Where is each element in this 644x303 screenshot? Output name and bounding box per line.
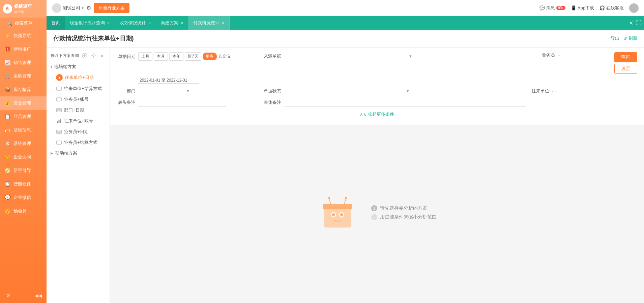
app-download-button[interactable]: 📱 App下载 [571,5,594,11]
add-scheme-icon[interactable] [81,52,88,59]
table-icon-2 [56,96,62,102]
step-2-num: 2 [371,214,377,220]
sidebar-item-enterprise[interactable]: 🤝 企业协同 [0,150,47,164]
salesman-dots: ··· [558,53,562,58]
svg-rect-18 [60,119,61,123]
topbar-gear-icon[interactable]: ⚙ [86,5,91,11]
svg-rect-8 [57,98,61,101]
svg-rect-19 [57,130,61,133]
marketing-icon: 🎁 [4,46,11,53]
collapse-button[interactable]: ∧∧ 收起更多条件 [117,109,637,120]
sidebar-item-basic-info[interactable]: 🗃 基础信息 [0,123,47,137]
counterparty-label: 往来单位 [530,88,549,94]
mobile-scheme-arrow-icon: ▶ [51,151,53,155]
purchase-icon: 🛒 [4,73,11,80]
voucher-status-select[interactable]: ▾ [284,87,526,95]
empty-step-1: 1 请先选择要分析的方案 [371,205,437,211]
company-name: 测试公司 [63,5,80,11]
trial-button[interactable]: 体验行业方案 [94,3,129,13]
date-btn-more[interactable]: 更多 [203,53,217,60]
sidebar-item-system[interactable]: ⚙ 系统管理 [0,137,47,150]
sidebar-item-wechat[interactable]: 💬 企业微信 [0,191,47,204]
close-all-tabs-icon[interactable]: ✕ [629,20,633,26]
svg-point-31 [332,213,335,216]
date-range-input[interactable] [138,77,199,84]
user-avatar[interactable] [629,3,639,13]
sidebar-item-purchase[interactable]: 🛒 采购管理 [0,69,47,83]
sidebar-item-capital[interactable]: 💰 资金管理 [0,96,47,110]
voucher-status-label: 单据状态 [262,88,281,94]
sidebar-item-guide[interactable]: 🧭 新手引导 [0,164,47,177]
source-doc-label: 来源单据 [262,53,281,59]
online-service-button[interactable]: 🎧 在线客服 [599,5,624,11]
tab-home[interactable]: 首页 [47,16,65,30]
query-button[interactable]: 查询 [614,52,637,62]
export-button[interactable]: ↑ 导出 [607,35,620,41]
app-icon: 📱 [571,5,576,10]
tabs-spacer [230,16,626,30]
sidebar-item-marketing[interactable]: 🎁 营销推广 [0,42,47,56]
message-icon: 💬 [539,5,545,10]
capital-icon: 💰 [4,100,11,107]
tabs-bar: 首页 现金银行流水查询 ✕ 收款情况统计 ✕ 新建方案 ✕ 付款情况统计 ✕ ✕… [47,16,644,30]
mobile-scheme-group-header[interactable]: ▶ 移动端方案 [47,148,110,158]
pc-scheme-group-header[interactable]: ▾ 电脑端方案 [47,62,110,72]
guide-icon: 🧭 [4,167,11,174]
tab-bank-flow[interactable]: 现金银行流水查询 ✕ [65,16,115,30]
settings-button[interactable]: 设置 [614,64,637,74]
scheme-item-counterparty-settle[interactable]: 往来单位+结算方式 [47,83,110,94]
header-note-input[interactable] [138,98,226,107]
sidebar-item-inventory[interactable]: 📦 库存核算 [0,83,47,96]
sidebar-search[interactable]: 🔍 搜索菜单 [0,18,47,29]
scheme-item-salesman-settle[interactable]: 业务员+结算方式 [47,137,110,148]
page-actions: ↑ 导出 ↺ 刷新 [607,35,638,41]
svg-rect-23 [57,141,61,144]
scheme-item-salesman-date[interactable]: 业务员+日期 [47,126,110,137]
message-button[interactable]: 💬 消息 99+ [539,5,565,11]
sidebar-item-sales[interactable]: 📈 销售管理 [0,56,47,69]
date-btn-this-month[interactable]: 本月 [154,52,168,61]
collapse-up-icon: ∧∧ [360,112,367,117]
voucher-status-arrow-icon: ▾ [407,88,524,93]
sidebar-item-operations[interactable]: 📋 经营管理 [0,110,47,123]
sidebar-item-quick-nav[interactable]: ⚡ 快捷导航 [0,29,47,42]
source-doc-select[interactable]: ▾ [284,52,532,60]
scheme-item-counterparty-account[interactable]: 往来单位+账号 [47,116,110,126]
sidebar-item-hardware[interactable]: ⌚ 智能硬件 [0,177,47,191]
scheme-item-salesman-account[interactable]: 业务员+账号 [47,94,110,105]
date-label: 单据日期 [117,54,136,60]
date-btn-last-month[interactable]: 上月 [138,52,152,61]
topbar: 测试公司 ▾ ⚙ 体验行业方案 💬 消息 99+ 📱 App下载 🎧 在线客服 [47,0,644,16]
tab-new-scheme[interactable]: 新建方案 ✕ [156,16,188,30]
tab-collection-stats-close-icon[interactable]: ✕ [148,21,151,25]
svg-rect-4 [57,87,61,90]
date-btn-last-7-days[interactable]: 近7天 [185,52,201,61]
tab-payment-stats[interactable]: 付款情况统计 ✕ [188,16,230,30]
footer-settings-icon[interactable]: ⚙ [4,292,12,300]
collapse-panel-icon[interactable]: « [99,52,106,59]
refresh-button[interactable]: ↺ 刷新 [623,35,637,41]
date-btn-this-year[interactable]: 本年 [169,52,183,61]
body-area: 按以下方案查询 « ▾ 电脑端方案 [47,48,644,303]
table-icon-1 [56,86,62,92]
body-note-input[interactable] [284,98,526,107]
dept-label: 部门 [117,88,136,94]
sidebar-nav: ⚡ 快捷导航 🎁 营销推广 📈 销售管理 🛒 采购管理 📦 库存核算 💰 资金管… [0,29,47,288]
sidebar-item-member[interactable]: 👑 畅会员 [0,204,47,218]
company-selector[interactable]: 测试公司 ▾ [52,3,84,13]
tab-payment-stats-close-icon[interactable]: ✕ [222,21,225,25]
header-note-label: 表头备注 [117,99,136,105]
company-chevron-icon[interactable]: ▾ [82,6,84,10]
expand-tabs-icon[interactable]: ⛶ [636,20,641,26]
scheme-item-dept-date[interactable]: 部门+日期 [47,105,110,116]
scheme-item-counterparty-date[interactable]: ● 往来单位+日期 [47,72,110,83]
footer-collapse-icon[interactable]: ◀◀ [34,292,42,300]
member-icon: 👑 [4,208,11,214]
tabs-actions: ✕ ⛶ [626,16,644,30]
tab-bank-flow-close-icon[interactable]: ✕ [107,21,110,25]
tab-new-scheme-close-icon[interactable]: ✕ [180,21,183,25]
logo-sub: 标准版 [14,9,32,14]
scheme-settings-icon[interactable] [90,52,97,59]
dept-select[interactable]: ▾ [138,87,233,95]
tab-collection-stats[interactable]: 收款情况统计 ✕ [115,16,156,30]
